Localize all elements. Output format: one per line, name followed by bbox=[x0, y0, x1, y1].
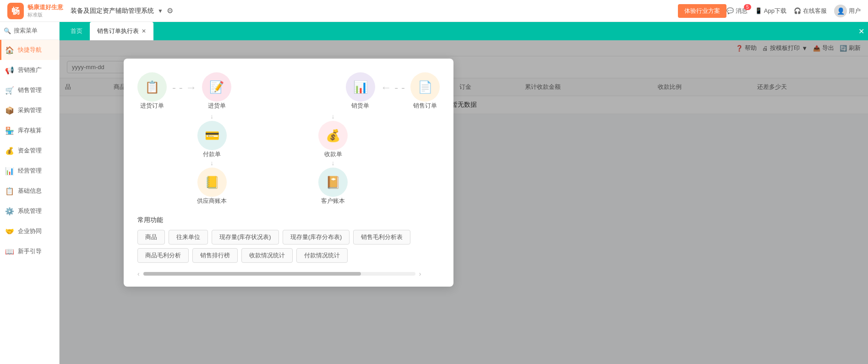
receipt-bill-label: 收款单 bbox=[324, 150, 342, 158]
system-dropdown-btn[interactable]: ▼ bbox=[158, 8, 163, 14]
page-content: ❓ 帮助 🖨 按模板打印 ▼ 📤 导出 🔄 刷新 bbox=[60, 40, 868, 364]
scroll-bar bbox=[143, 272, 415, 276]
overlay[interactable]: 📋 进货订单 - - → 📝 进货单 bbox=[60, 40, 868, 364]
search-icon: 🔍 bbox=[4, 27, 11, 34]
purchase-bill-circle: 📝 bbox=[202, 72, 231, 102]
sales-order-label: 销售订单 bbox=[413, 102, 437, 110]
arrow-down-payment: ↓ bbox=[210, 113, 213, 120]
collab-icon: 🤝 bbox=[5, 227, 14, 236]
supplier-ledger-label: 供应商账本 bbox=[197, 197, 227, 205]
purchase-order-label: 进货订单 bbox=[140, 102, 164, 110]
receipt-bill-circle: 💰 bbox=[318, 121, 348, 150]
header-right: 💬 消息 5 📱 App下载 🎧 在线客服 👤 用户 bbox=[726, 5, 861, 17]
service-icon: 🎧 bbox=[794, 7, 801, 14]
sidebar-item-operations[interactable]: 📊 经营管理 bbox=[0, 161, 59, 181]
message-action[interactable]: 💬 消息 5 bbox=[726, 7, 748, 15]
marketing-icon: 📢 bbox=[5, 65, 14, 75]
newbie-icon: 📖 bbox=[5, 247, 14, 256]
sidebar-item-system[interactable]: ⚙️ 系统管理 bbox=[0, 201, 59, 221]
tab-sales-order-exec[interactable]: 销售订单执行表 ✕ bbox=[90, 22, 153, 40]
scroll-thumb bbox=[143, 272, 361, 276]
common-btn-sales-margin[interactable]: 销售毛利分析表 bbox=[353, 230, 410, 244]
arrow-down-customer: ↓ bbox=[332, 159, 335, 167]
online-service-action[interactable]: 🎧 在线客服 bbox=[794, 7, 827, 15]
sidebar-item-sales[interactable]: 🛒 销售管理 bbox=[0, 80, 59, 100]
logo-sub: 标准版 bbox=[27, 11, 63, 18]
supplier-ledger-circle: 📒 bbox=[197, 168, 227, 197]
logo-text: 畅康道好生意 标准版 bbox=[27, 4, 63, 18]
download-icon: 📱 bbox=[755, 7, 762, 14]
sidebar-item-quick-nav[interactable]: 🏠 快捷导航 bbox=[0, 40, 59, 60]
flow-node-sales-order[interactable]: 📄 销售订单 bbox=[410, 72, 440, 110]
flow-node-purchase-bill[interactable]: 📝 进货单 bbox=[202, 72, 231, 110]
app-download-action[interactable]: 📱 App下载 bbox=[755, 7, 786, 15]
sales-bill-label: 销货单 bbox=[351, 102, 369, 110]
common-btn-goods-margin[interactable]: 商品毛利分析 bbox=[137, 248, 189, 263]
purchase-bill-label: 进货单 bbox=[208, 102, 226, 110]
logo-icon: 畅 bbox=[7, 3, 24, 19]
scroll-left-btn[interactable]: ‹ bbox=[137, 270, 140, 277]
common-section-title: 常用功能 bbox=[137, 216, 440, 224]
common-btn-payment-stat[interactable]: 付款情况统计 bbox=[296, 248, 348, 263]
sidebar-item-inventory[interactable]: 🏪 库存核算 bbox=[0, 120, 59, 141]
sidebar-item-collab[interactable]: 🤝 企业协同 bbox=[0, 221, 59, 241]
sales-order-circle: 📄 bbox=[410, 72, 440, 102]
arrow-down-supplier: ↓ bbox=[210, 159, 213, 167]
message-icon: 💬 bbox=[726, 7, 734, 14]
operations-icon: 📊 bbox=[5, 166, 14, 175]
common-btn-sales-rank[interactable]: 销售排行榜 bbox=[192, 248, 238, 263]
flow-node-purchase-order[interactable]: 📋 进货订单 bbox=[137, 72, 167, 110]
sidebar-search[interactable]: 🔍 搜索菜单 bbox=[0, 22, 59, 40]
avatar: 👤 bbox=[834, 5, 847, 17]
arrow-sales-order-to-bill: ← - - bbox=[381, 81, 405, 101]
header-settings-btn[interactable]: ⚙ bbox=[167, 6, 173, 15]
tab-bar: 首页 销售订单执行表 ✕ ✕ bbox=[60, 22, 868, 40]
system-name: 装备及固定资产辅助管理系统 bbox=[71, 7, 154, 15]
home-icon: 🏠 bbox=[5, 45, 14, 54]
flow-node-sales-bill[interactable]: 📊 销货单 bbox=[346, 72, 375, 110]
sidebar: 🔍 搜索菜单 🏠 快捷导航 📢 营销推广 🛒 销售管理 📦 采购管理 🏪 bbox=[0, 22, 60, 364]
common-btn-goods[interactable]: 商品 bbox=[137, 230, 165, 244]
inventory-icon: 🏪 bbox=[5, 126, 14, 135]
flow-node-payment-bill[interactable]: 💳 付款单 bbox=[197, 121, 227, 158]
scroll-right-btn[interactable]: › bbox=[419, 270, 421, 277]
finance-icon: 💰 bbox=[5, 146, 14, 155]
common-btns: 商品 往来单位 现存量(库存状况表) 现存量(库存分布表) 销售毛利分析表 商品… bbox=[137, 230, 440, 263]
tab-home[interactable]: 首页 bbox=[63, 22, 90, 40]
system-icon: ⚙️ bbox=[5, 206, 14, 216]
purchase-icon: 📦 bbox=[5, 106, 14, 115]
system-title: 装备及固定资产辅助管理系统 ▼ ⚙ bbox=[71, 6, 678, 15]
experience-btn[interactable]: 体验行业方案 bbox=[678, 4, 726, 18]
sidebar-item-finance[interactable]: 💰 资金管理 bbox=[0, 141, 59, 161]
sidebar-item-basic-info[interactable]: 📋 基础信息 bbox=[0, 181, 59, 201]
sales-icon: 🛒 bbox=[5, 86, 14, 95]
arrow-purchase-to-bill: - - → bbox=[172, 81, 197, 101]
customer-ledger-circle: 📔 bbox=[318, 168, 348, 197]
top-header: 畅 畅康道好生意 标准版 装备及固定资产辅助管理系统 ▼ ⚙ 体验行业方案 💬 … bbox=[0, 0, 868, 22]
sales-bill-circle: 📊 bbox=[346, 72, 375, 102]
tab-close-all[interactable]: ✕ bbox=[858, 27, 864, 36]
common-btn-partner[interactable]: 往来单位 bbox=[169, 230, 208, 244]
arrow-down-receipt: ↓ bbox=[332, 113, 335, 120]
logo-area: 畅 畅康道好生意 标准版 bbox=[7, 3, 67, 19]
basic-info-icon: 📋 bbox=[5, 186, 14, 196]
flow-node-receipt-bill[interactable]: 💰 收款单 bbox=[318, 121, 348, 158]
app-container: 畅 畅康道好生意 标准版 装备及固定资产辅助管理系统 ▼ ⚙ 体验行业方案 💬 … bbox=[0, 0, 868, 364]
common-btn-stock-dist[interactable]: 现存量(库存分布表) bbox=[283, 230, 350, 244]
common-btn-receipt-stat[interactable]: 收款情况统计 bbox=[241, 248, 293, 263]
sidebar-item-newbie[interactable]: 📖 新手引导 bbox=[0, 241, 59, 261]
sidebar-item-marketing[interactable]: 📢 营销推广 bbox=[0, 60, 59, 80]
content-area: 首页 销售订单执行表 ✕ ✕ ❓ 帮助 🖨 bbox=[60, 22, 868, 364]
main-layout: 🔍 搜索菜单 🏠 快捷导航 📢 营销推广 🛒 销售管理 📦 采购管理 🏪 bbox=[0, 22, 868, 364]
customer-ledger-label: 客户账本 bbox=[321, 197, 345, 205]
user-action[interactable]: 👤 用户 bbox=[834, 5, 861, 17]
payment-bill-circle: 💳 bbox=[197, 121, 227, 150]
tab-close-btn[interactable]: ✕ bbox=[142, 28, 146, 34]
quick-nav-panel: 📋 进货订单 - - → 📝 进货单 bbox=[124, 59, 453, 287]
payment-bill-label: 付款单 bbox=[203, 150, 221, 158]
sidebar-item-purchase[interactable]: 📦 采购管理 bbox=[0, 100, 59, 120]
logo-main: 畅康道好生意 bbox=[27, 4, 63, 11]
common-btn-stock-status[interactable]: 现存量(库存状况表) bbox=[212, 230, 279, 244]
flow-node-customer-ledger[interactable]: 📔 客户账本 bbox=[318, 168, 348, 205]
flow-node-supplier-ledger[interactable]: 📒 供应商账本 bbox=[197, 168, 227, 205]
